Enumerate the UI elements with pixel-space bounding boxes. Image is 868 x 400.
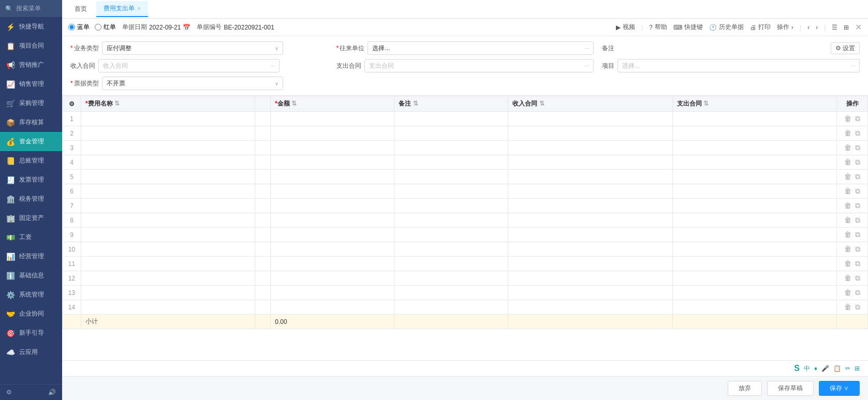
cell-expense-contract-1[interactable] [672,112,836,126]
cell-expense-contract-14[interactable] [672,300,836,315]
sidebar-item-sales[interactable]: 📈销售管理 [0,75,62,94]
cell-income-contract-13[interactable] [508,286,672,300]
more-icon-4[interactable]: ··· [851,63,855,69]
project-select[interactable]: 选择... ··· [617,59,860,72]
cell-note-14[interactable] [394,300,508,315]
sidebar-item-project-contract[interactable]: 📋项目合同 [0,36,62,55]
sidebar-item-payroll[interactable]: 💵工资 [0,228,62,247]
cell-amount-5[interactable] [271,170,394,184]
cell-amount-4[interactable] [271,155,394,170]
cell-amount-13[interactable] [271,286,394,300]
copy-row-6[interactable]: ⧉ [855,187,860,195]
sort-icon[interactable]: ⇅ [114,100,120,107]
sidebar-search[interactable]: 🔍 搜索菜单 [0,0,62,17]
cell-expense-contract-12[interactable] [672,271,836,286]
sidebar-item-system[interactable]: ⚙️系统管理 [0,285,62,304]
cell-note-9[interactable] [394,228,508,242]
date-value[interactable]: 2022-09-21 [149,24,181,31]
save-draft-button[interactable]: 保存草稿 [767,381,814,396]
sidebar-item-tax[interactable]: 🏛️税务管理 [0,189,62,209]
cell-income-contract-5[interactable] [508,170,672,184]
cell-note-1[interactable] [394,112,508,126]
cell-income-contract-4[interactable] [508,155,672,170]
copy-row-13[interactable]: ⧉ [855,288,860,297]
cell-expense-name-5[interactable] [81,170,255,184]
cell-note-8[interactable] [394,213,508,228]
cell-expense-contract-13[interactable] [672,286,836,300]
sidebar-item-enterprise[interactable]: 🤝企业协同 [0,304,62,323]
cell-expense-name-9[interactable] [81,228,255,242]
cell-note-11[interactable] [394,257,508,271]
cell-note-7[interactable] [394,199,508,213]
cell-note-5[interactable] [394,170,508,184]
cell-expense-name-1[interactable] [81,112,255,126]
more-icon[interactable]: ··· [585,46,589,51]
cell-expense-contract-5[interactable] [672,170,836,184]
history-btn[interactable]: 🕐 历史单据 [709,23,744,32]
delete-row-6[interactable]: 🗑 [844,187,851,195]
cell-expense-contract-6[interactable] [672,184,836,199]
cell-amount-12[interactable] [271,271,394,286]
cell-income-contract-1[interactable] [508,112,672,126]
cell-expense-name-12[interactable] [81,271,255,286]
cell-income-contract-7[interactable] [508,199,672,213]
cell-note-13[interactable] [394,286,508,300]
cell-income-contract-10[interactable] [508,242,672,257]
cell-expense-name-6[interactable] [81,184,255,199]
invoice-type-select[interactable]: 不开票 ∨ [102,77,283,90]
delete-row-7[interactable]: 🗑 [844,201,851,210]
sidebar-item-cloud-app[interactable]: ☁️云应用 [0,343,62,362]
delete-row-13[interactable]: 🗑 [844,288,851,297]
cell-expense-contract-3[interactable] [672,141,836,155]
cell-expense-name-7[interactable] [81,199,255,213]
cell-expense-contract-10[interactable] [672,242,836,257]
sort-icon-3[interactable]: ⇅ [413,100,418,107]
cell-amount-6[interactable] [271,184,394,199]
cell-amount-10[interactable] [271,242,394,257]
sidebar-item-funds[interactable]: 💰资金管理 [0,132,62,151]
grid-icon[interactable]: ⊞ [855,365,860,372]
copy-row-14[interactable]: ⧉ [855,303,860,311]
red-radio[interactable]: 红单 [95,23,116,32]
cell-amount-7[interactable] [271,199,394,213]
copy-row-9[interactable]: ⧉ [855,230,860,239]
nav-prev-btn[interactable]: ‹ [807,24,810,31]
cell-expense-contract-9[interactable] [672,228,836,242]
cell-expense-name-4[interactable] [81,155,255,170]
cell-note-3[interactable] [394,141,508,155]
cell-income-contract-14[interactable] [508,300,672,315]
cell-amount-3[interactable] [271,141,394,155]
cell-amount-2[interactable] [271,126,394,141]
copy-row-1[interactable]: ⧉ [855,114,860,123]
delete-row-12[interactable]: 🗑 [844,274,851,282]
cell-amount-14[interactable] [271,300,394,315]
sidebar-item-procurement[interactable]: 🛒采购管理 [0,94,62,113]
discard-button[interactable]: 放弃 [728,381,762,396]
cell-amount-11[interactable] [271,257,394,271]
calendar-icon[interactable]: 📅 [183,24,190,31]
copy-row-12[interactable]: ⧉ [855,274,860,282]
biz-type-select[interactable]: 应付调整 ∨ [102,41,283,55]
copy-row-11[interactable]: ⧉ [855,259,860,268]
sidebar-item-business[interactable]: 📊经营管理 [0,247,62,266]
sidebar-item-ledger[interactable]: 📒总账管理 [0,151,62,170]
sort-icon-4[interactable]: ⇅ [539,100,545,107]
tab-home[interactable]: 首页 [67,2,94,17]
more-icon-3[interactable]: ··· [585,63,589,69]
edit-icon[interactable]: ✏ [845,365,850,372]
chinese-icon[interactable]: 中 [804,364,810,373]
cell-note-2[interactable] [394,126,508,141]
cell-note-12[interactable] [394,271,508,286]
cell-expense-contract-11[interactable] [672,257,836,271]
copy-row-2[interactable]: ⧉ [855,129,860,137]
cell-expense-name-2[interactable] [81,126,255,141]
more-icon-2[interactable]: ··· [271,63,275,69]
nav-next-btn[interactable]: › [816,24,818,31]
cell-note-4[interactable] [394,155,508,170]
cell-note-10[interactable] [394,242,508,257]
cell-expense-contract-2[interactable] [672,126,836,141]
grid-view-btn[interactable]: ⊞ [844,24,849,31]
sort-icon-2[interactable]: ⇅ [291,100,297,107]
delete-row-1[interactable]: 🗑 [844,114,851,123]
cell-expense-name-8[interactable] [81,213,255,228]
